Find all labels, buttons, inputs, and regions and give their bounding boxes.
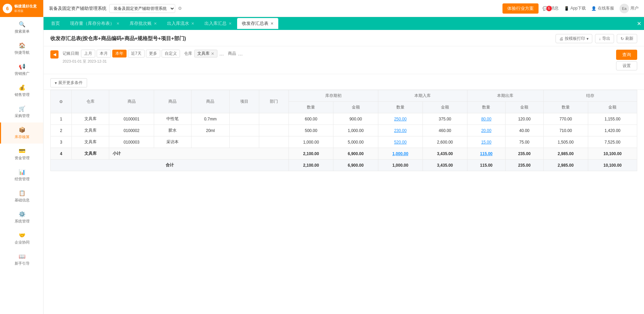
expand-icon: ▾ bbox=[55, 81, 57, 85]
tab-stock-dist-label: 现存量（库存分布表） bbox=[70, 20, 114, 27]
tab-batch-ledger[interactable]: 库存批次账 ✕ bbox=[125, 18, 162, 29]
tab-in-out-flow-close[interactable]: ✕ bbox=[191, 21, 194, 26]
sidebar-item-operations[interactable]: 📊 经营管理 bbox=[0, 165, 43, 186]
row-in-qty[interactable]: 230.00 bbox=[378, 125, 423, 136]
setting-button[interactable]: 设置 bbox=[616, 61, 637, 70]
th-settings[interactable]: ⚙ bbox=[51, 90, 72, 113]
table-row: 2 文具库 0100002 胶水 20ml 500.00 1,000.00 23… bbox=[51, 125, 637, 136]
tab-stock-dist[interactable]: 现存量（库存分布表） ✕ bbox=[65, 18, 124, 29]
sidebar-item-quick-nav[interactable]: 🏠 快捷导航 bbox=[0, 38, 43, 59]
arrow-left-icon: ◀ bbox=[53, 52, 56, 57]
sidebar: 6 畅捷通好生意 标准版 🔍 搜索菜单 🏠 快捷导航 📢 营销推广 💰 销售管理… bbox=[0, 0, 44, 314]
total-row: 合计 2,100.00 6,900.00 1,000.00 3,435.00 1… bbox=[51, 160, 637, 171]
subtotal-in-qty-link[interactable]: 1,000.00 bbox=[392, 151, 408, 156]
settings-icon[interactable]: ⚙ bbox=[178, 6, 182, 11]
row-index: 3 bbox=[51, 136, 72, 148]
sidebar-item-inventory[interactable]: 📦 库存核算 bbox=[0, 122, 43, 144]
tabbar-close-all[interactable]: ✕ bbox=[637, 20, 641, 27]
query-button[interactable]: 查询 bbox=[616, 50, 637, 60]
sales-icon: 💰 bbox=[19, 84, 26, 91]
in-qty-link[interactable]: 230.00 bbox=[394, 128, 407, 133]
tab-recv-send-summary[interactable]: 收发存汇总表 ✕ bbox=[237, 18, 278, 29]
expand-label: 展开更多条件 bbox=[58, 80, 83, 86]
tab-home[interactable]: 首页 bbox=[46, 18, 65, 29]
row-index: 2 bbox=[51, 125, 72, 136]
out-qty-link[interactable]: 20.00 bbox=[481, 128, 491, 133]
marketing-icon: 📢 bbox=[19, 63, 26, 70]
tab-in-out-summary-close[interactable]: ✕ bbox=[229, 21, 232, 26]
row-in-qty[interactable]: 520.00 bbox=[378, 136, 423, 148]
experience-button[interactable]: 体验行业方案 bbox=[502, 3, 539, 14]
row-out-qty[interactable]: 20.00 bbox=[467, 125, 506, 136]
row-in-qty[interactable]: 250.00 bbox=[378, 113, 423, 125]
date-btn-more[interactable]: 更多 bbox=[146, 50, 160, 57]
row-out-qty[interactable]: 80.00 bbox=[467, 113, 506, 125]
date-filter-label: 记账日期 bbox=[63, 51, 79, 56]
expand-conditions-button[interactable]: ▾ 展开更多条件 bbox=[50, 78, 87, 87]
subtotal-row: 4 文具库 小计 2,100.00 6,900.00 1,000.00 3,43… bbox=[51, 148, 637, 160]
operations-icon: 📊 bbox=[19, 169, 26, 175]
row-open-amt: 1,000.00 bbox=[333, 125, 378, 136]
date-btn-this-year[interactable]: 本年 bbox=[112, 50, 127, 57]
system-title-area: 装备及固定资产辅助管理系统 装备及固定资产辅助管理系统 ⚙ bbox=[49, 4, 498, 13]
logo-icon: 6 bbox=[3, 4, 12, 13]
export-button[interactable]: ↓ 导出 bbox=[595, 34, 614, 43]
row-close-amt: 7,525.00 bbox=[588, 136, 637, 148]
goods-more-icon[interactable]: ... bbox=[238, 51, 243, 57]
filter-toggle-button[interactable]: ◀ bbox=[50, 50, 59, 59]
sidebar-item-system[interactable]: ⚙️ 系统管理 bbox=[0, 207, 43, 228]
row-goods-code: 0100003 bbox=[109, 136, 154, 148]
message-action[interactable]: 💬 6 消息 bbox=[543, 5, 559, 11]
sidebar-item-cooperation[interactable]: 🤝 企业协同 bbox=[0, 228, 43, 249]
app-download-action[interactable]: 📱 App下载 bbox=[564, 5, 586, 11]
date-btn-7days[interactable]: 近7天 bbox=[128, 50, 145, 57]
in-qty-link[interactable]: 250.00 bbox=[394, 117, 407, 121]
column-settings-icon[interactable]: ⚙ bbox=[59, 99, 63, 104]
sidebar-item-marketing[interactable]: 📢 营销推广 bbox=[0, 59, 43, 80]
out-qty-link[interactable]: 80.00 bbox=[481, 117, 491, 121]
in-qty-link[interactable]: 520.00 bbox=[394, 140, 407, 145]
date-btn-this-month[interactable]: 本月 bbox=[97, 50, 111, 57]
export-icon: ↓ bbox=[599, 36, 601, 41]
sidebar-item-finance[interactable]: 💳 资金管理 bbox=[0, 144, 43, 165]
out-qty-link[interactable]: 15.00 bbox=[481, 140, 491, 145]
page-title: 收发存汇总表(按仓库+商品编码+商品+规格型号+项目+部门) bbox=[50, 35, 186, 42]
system-select[interactable]: 装备及固定资产辅助管理系统 bbox=[109, 4, 175, 13]
warehouse-tag[interactable]: 文具库 ✕ bbox=[194, 50, 217, 57]
subtotal-in-qty[interactable]: 1,000.00 bbox=[378, 148, 423, 160]
sidebar-item-label: 搜索菜单 bbox=[15, 29, 30, 34]
sidebar-item-purchase[interactable]: 🛒 采购管理 bbox=[0, 101, 43, 122]
user-action[interactable]: Ea 用户 bbox=[620, 4, 639, 13]
sidebar-item-label: 快捷导航 bbox=[15, 50, 30, 55]
sidebar-item-basic-info[interactable]: 📋 基础信息 bbox=[0, 186, 43, 207]
avatar: Ea bbox=[620, 4, 629, 13]
sidebar-item-label: 资金管理 bbox=[15, 155, 30, 161]
date-btn-custom[interactable]: 自定义 bbox=[162, 50, 180, 57]
tab-stock-dist-close[interactable]: ✕ bbox=[116, 21, 119, 26]
tab-in-out-summary[interactable]: 出入库汇总 ✕ bbox=[200, 18, 236, 29]
th-out-amt: 金额 bbox=[505, 102, 543, 113]
row-goods-code: 0100001 bbox=[109, 113, 154, 125]
refresh-button[interactable]: ↻ 刷新 bbox=[617, 34, 637, 43]
sidebar-item-guide[interactable]: 📖 新手引导 bbox=[0, 249, 43, 270]
app-logo: 6 畅捷通好生意 标准版 bbox=[0, 0, 43, 17]
sidebar-item-search[interactable]: 🔍 搜索菜单 bbox=[0, 17, 43, 38]
warehouse-more-icon[interactable]: ... bbox=[219, 51, 224, 57]
tab-recv-send-summary-label: 收发存汇总表 bbox=[242, 20, 268, 27]
row-dept bbox=[259, 136, 289, 148]
tab-in-out-flow[interactable]: 出入库流水 ✕ bbox=[162, 18, 199, 29]
tab-recv-send-summary-close[interactable]: ✕ bbox=[270, 21, 274, 26]
tab-batch-ledger-label: 库存批次账 bbox=[130, 20, 152, 27]
date-btn-last-month[interactable]: 上月 bbox=[81, 50, 95, 57]
row-out-qty[interactable]: 15.00 bbox=[467, 136, 506, 148]
sidebar-item-label: 基础信息 bbox=[15, 198, 30, 203]
tab-batch-ledger-close[interactable]: ✕ bbox=[154, 21, 157, 26]
subtotal-out-qty[interactable]: 115.00 bbox=[467, 148, 506, 160]
template-print-button[interactable]: 🖨 按模板打印 ▾ bbox=[556, 34, 592, 43]
subtotal-out-qty-link[interactable]: 115.00 bbox=[480, 151, 493, 156]
refresh-icon: ↻ bbox=[621, 36, 624, 41]
warehouse-tag-close[interactable]: ✕ bbox=[211, 51, 214, 56]
subtotal-label: 小计 bbox=[109, 148, 289, 160]
online-service-action[interactable]: 👤 在线客服 bbox=[591, 5, 614, 11]
sidebar-item-sales[interactable]: 💰 销售管理 bbox=[0, 80, 43, 101]
